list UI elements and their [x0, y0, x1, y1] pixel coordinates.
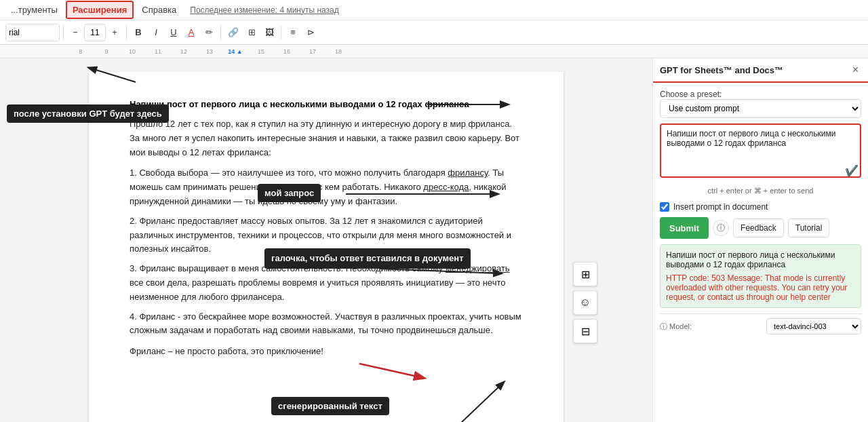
- ruler-mark: 16: [274, 48, 300, 55]
- my-request-annotation: мой запрос: [258, 184, 321, 202]
- ruler-mark: 13: [197, 48, 222, 55]
- menu-extensions[interactable]: Расширения: [66, 1, 134, 19]
- font-size-input[interactable]: [84, 24, 106, 41]
- align-button[interactable]: ≡: [285, 24, 301, 41]
- italic-button[interactable]: I: [148, 24, 164, 41]
- prompt-textarea[interactable]: Напиши пост от первого лица с нескольким…: [660, 123, 861, 178]
- formatting-toolbar: − + B I U A ✏ 🔗 ⊞ 🖼 ≡ ⊳: [0, 20, 868, 45]
- doc-item-4: 4. Фриланс - это бескрайнее море возможн…: [130, 310, 523, 339]
- link-button[interactable]: 🔗: [224, 24, 242, 41]
- submit-button[interactable]: Submit: [660, 217, 709, 239]
- insert-comment-button[interactable]: ⊞: [243, 24, 260, 41]
- ruler: 8 9 10 11 12 13 14 ▲ 15 16 17 18: [0, 45, 868, 58]
- action-row: Submit ⓘ Feedback Tutorial: [660, 217, 861, 239]
- toolbar-divider-3: [220, 26, 221, 39]
- font-size-decrease[interactable]: −: [67, 24, 83, 41]
- document-page: Напиши пост от первого лица с нескольким…: [89, 72, 564, 422]
- font-size-group: − +: [67, 24, 123, 41]
- float-btn-grid[interactable]: ⊞: [573, 262, 597, 286]
- underline-button[interactable]: U: [165, 24, 182, 41]
- ruler-mark: 12: [171, 48, 197, 55]
- bold-button[interactable]: B: [130, 24, 146, 41]
- model-select[interactable]: text-davinci-003 gpt-3.5-turbo gpt-4: [766, 318, 861, 334]
- insert-checkbox[interactable]: [660, 202, 669, 212]
- ruler-mark: 10: [119, 48, 145, 55]
- preset-select[interactable]: Use custom prompt: [660, 99, 861, 118]
- float-toolbar: ⊞ ☺ ⊟: [573, 262, 597, 343]
- insert-label: Insert prompt in document: [673, 202, 768, 212]
- font-name-input[interactable]: [5, 24, 60, 41]
- insert-row: Insert prompt in document: [660, 202, 861, 212]
- toolbar-divider-4: [281, 26, 281, 39]
- doc-conclusion: Фриланс – не просто работа, это приключе…: [130, 345, 523, 359]
- ruler-marks: 8 9 10 11 12 13 14 ▲ 15 16 17 18: [68, 48, 868, 55]
- ruler-mark: 17: [300, 48, 326, 55]
- generated-annotation: сгенерированный текст: [271, 397, 389, 415]
- font-size-increase[interactable]: +: [106, 24, 123, 41]
- panel-title: GPT for Sheets™ and Docs™: [660, 65, 783, 75]
- model-row: ⓘ Model: text-davinci-003 gpt-3.5-turbo …: [660, 313, 861, 334]
- float-btn-expand[interactable]: ⊟: [573, 319, 597, 343]
- font-name-group: [5, 24, 60, 41]
- install-annotation: после установки GPT будет здесь: [7, 104, 169, 123]
- toolbar-divider-2: [126, 26, 127, 39]
- doc-para-intro: Прошло 12 лет с тех пор, как я ступил на…: [130, 117, 523, 159]
- submit-info-button[interactable]: ⓘ: [713, 220, 729, 236]
- insert-image-button[interactable]: 🖼: [261, 24, 277, 41]
- menu-tools[interactable]: ...трументы: [5, 2, 63, 18]
- highlight-button[interactable]: ✏: [201, 24, 217, 41]
- ruler-mark: 8: [68, 48, 94, 55]
- more-button[interactable]: ⊳: [302, 24, 319, 41]
- prompt-wrapper: Напиши пост от первого лица с нескольким…: [660, 123, 861, 180]
- ruler-mark: 18: [326, 48, 351, 55]
- menu-help[interactable]: Справка: [136, 2, 182, 18]
- float-btn-emoji[interactable]: ☺: [573, 290, 597, 315]
- text-color-button[interactable]: A: [183, 24, 199, 41]
- doc-title: Напиши пост от первого лица с нескольким…: [130, 99, 523, 109]
- panel-header: GPT for Sheets™ and Docs™ ×: [653, 58, 868, 83]
- right-panel: GPT for Sheets™ and Docs™ × Choose a pre…: [652, 58, 868, 422]
- doc-item-1: 1. Свобода выбора — это наилучшее из тог…: [130, 166, 523, 208]
- ruler-mark: 11: [145, 48, 171, 55]
- document-area[interactable]: Напиши пост от первого лица с нескольким…: [0, 58, 652, 422]
- toolbar-divider-1: [63, 26, 64, 39]
- menu-bar: ...трументы Расширения Справка Последнее…: [0, 0, 868, 20]
- verified-icon: ✔️: [845, 164, 859, 177]
- panel-body: Choose a preset: Use custom prompt Напиш…: [653, 83, 868, 422]
- ruler-mark: 14 ▲: [222, 48, 248, 55]
- last-change-text: Последнее изменение: 4 минуты назад: [190, 5, 339, 15]
- preset-section: Choose a preset: Use custom prompt: [660, 90, 861, 118]
- response-prompt-text: Напиши пост от первого лица с нескольким…: [666, 250, 855, 269]
- main-area: Напиши пост от первого лица с нескольким…: [0, 58, 868, 422]
- model-label: ⓘ Model:: [660, 322, 692, 332]
- tutorial-button[interactable]: Tutorial: [788, 218, 830, 237]
- ruler-mark: 9: [94, 48, 119, 55]
- error-text: HTTP code: 503 Message: That mode is cur…: [666, 273, 855, 302]
- send-hint: ctrl + enter or ⌘ + enter to send: [660, 185, 861, 197]
- ruler-mark: 15: [248, 48, 274, 55]
- checkbox-annotation: галочка, чтобы ответ вставился в докумен…: [264, 248, 471, 269]
- preset-label: Choose a preset:: [660, 90, 861, 99]
- panel-close-button[interactable]: ×: [850, 64, 861, 76]
- feedback-button[interactable]: Feedback: [733, 218, 784, 237]
- response-area: Напиши пост от первого лица с нескольким…: [660, 244, 861, 308]
